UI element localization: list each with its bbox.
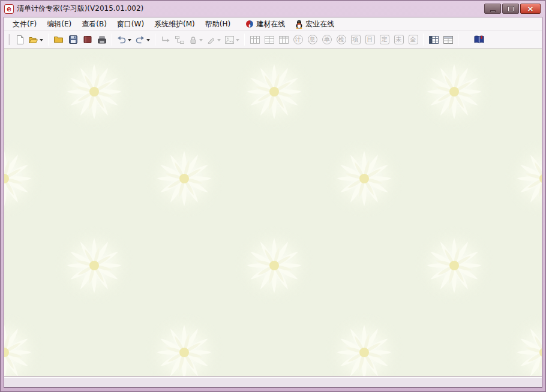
- menu-bar: 文件(F) 编辑(E) 查看(B) 窗口(W) 系统维护(M) 帮助(H) 建材…: [4, 17, 542, 31]
- toolbar-separator: [244, 34, 245, 46]
- toolbar-separator: [112, 34, 112, 46]
- minimize-icon: [490, 10, 496, 12]
- form-view-button[interactable]: [441, 33, 455, 47]
- image-icon: [225, 36, 234, 44]
- table-grid-icon: [265, 36, 274, 44]
- open-folder-icon: [29, 36, 38, 44]
- close-project-button[interactable]: [52, 33, 65, 47]
- title-bar: e 清单计价专家(学习版)(V2015.01.002) ×: [1, 1, 545, 17]
- project-box-icon: 项: [351, 35, 361, 44]
- item-button[interactable]: 目: [363, 33, 377, 47]
- unpriced-button[interactable]: 未: [392, 33, 406, 47]
- calc-button[interactable]: 计: [291, 33, 305, 47]
- toolbar: 计 息 单 检 项 目 定 未 全: [4, 31, 542, 49]
- image-dropdown-caret: [236, 39, 239, 43]
- image-button[interactable]: [223, 33, 241, 47]
- lock-button[interactable]: [187, 33, 205, 47]
- redo-icon: [136, 36, 145, 44]
- check-circle-icon: 检: [337, 35, 346, 44]
- bent-arrow-icon: [161, 36, 170, 43]
- tree-view-button[interactable]: [173, 33, 187, 47]
- toolbar-separator: [458, 34, 458, 46]
- edit-dropdown-caret: [217, 39, 221, 43]
- qq-penguin-icon: [295, 20, 303, 29]
- notebook-button[interactable]: [80, 33, 94, 47]
- jiancai-online-link[interactable]: 建材在线: [245, 19, 285, 29]
- close-button[interactable]: ×: [520, 4, 541, 14]
- sheet-1-button[interactable]: [248, 33, 262, 47]
- redo-dropdown-caret: [146, 39, 150, 43]
- app-window: e 清单计价专家(学习版)(V2015.01.002) × 文件(F) 编辑(E…: [0, 0, 546, 392]
- jiancai-logo-icon: [245, 20, 254, 28]
- menu-window[interactable]: 窗口(W): [112, 17, 149, 31]
- save-button[interactable]: [66, 33, 80, 47]
- new-file-button[interactable]: [13, 33, 26, 47]
- unpriced-box-icon: 未: [394, 35, 404, 44]
- undo-icon: [117, 36, 126, 44]
- all-button[interactable]: 全: [406, 33, 420, 47]
- toolbar-separator: [48, 34, 49, 46]
- hongye-online-label: 宏业在线: [305, 19, 334, 29]
- menu-help[interactable]: 帮助(H): [200, 17, 235, 31]
- window-title: 清单计价专家(学习版)(V2015.01.002): [17, 4, 143, 14]
- menu-system-maintenance[interactable]: 系统维护(M): [149, 17, 200, 31]
- undo-dropdown-caret: [128, 39, 131, 43]
- interest-button[interactable]: 息: [305, 33, 319, 47]
- redo-button[interactable]: [134, 33, 152, 47]
- open-dropdown-caret: [40, 39, 43, 43]
- quota-button[interactable]: 定: [377, 33, 391, 47]
- bill-circle-icon: 单: [322, 35, 332, 44]
- lock-icon: [189, 36, 197, 44]
- save-icon: [69, 35, 77, 44]
- help-book-icon: [474, 35, 484, 44]
- item-box-icon: 目: [365, 35, 375, 44]
- new-file-icon: [16, 35, 24, 44]
- hongye-online-link[interactable]: 宏业在线: [295, 19, 334, 29]
- close-icon: ×: [527, 5, 534, 13]
- table-view-icon: [429, 36, 439, 44]
- menu-file[interactable]: 文件(F): [8, 17, 41, 31]
- project-button[interactable]: 项: [349, 33, 362, 47]
- goto-button[interactable]: [158, 33, 172, 47]
- window-inner-frame: 文件(F) 编辑(E) 查看(B) 窗口(W) 系统维护(M) 帮助(H) 建材…: [4, 17, 542, 388]
- open-file-button[interactable]: [27, 33, 45, 47]
- menu-edit[interactable]: 编辑(E): [42, 17, 76, 31]
- quota-box-icon: 定: [380, 35, 389, 44]
- flower-wallpaper: [4, 49, 542, 376]
- table-view-button[interactable]: [427, 33, 440, 47]
- menu-view[interactable]: 查看(B): [77, 17, 112, 31]
- workspace: [4, 49, 542, 377]
- all-box-icon: 全: [409, 35, 418, 44]
- table-grid-icon: [279, 36, 289, 44]
- status-bar: [4, 377, 542, 387]
- lock-dropdown-caret: [199, 39, 203, 43]
- jiancai-online-label: 建材在线: [256, 19, 285, 29]
- check-button[interactable]: 检: [334, 33, 348, 47]
- form-view-icon: [443, 36, 453, 44]
- help-button[interactable]: [472, 33, 486, 47]
- table-grid-icon: [250, 36, 260, 44]
- pen-icon: [207, 36, 215, 44]
- printer-icon: [98, 36, 106, 44]
- tree-icon: [175, 36, 184, 44]
- toolbar-grip[interactable]: [8, 34, 10, 45]
- bill-button[interactable]: 单: [320, 33, 334, 47]
- notebook-icon: [83, 35, 92, 44]
- print-button[interactable]: [95, 33, 109, 47]
- toolbar-separator: [423, 34, 424, 46]
- sheet-2-button[interactable]: [262, 33, 276, 47]
- calc-circle-icon: 计: [293, 35, 303, 44]
- interest-circle-icon: 息: [308, 35, 317, 44]
- minimize-button[interactable]: [484, 4, 501, 14]
- sheet-3-button[interactable]: [277, 33, 290, 47]
- maximize-icon: [508, 7, 514, 11]
- edit-button[interactable]: [205, 33, 223, 47]
- folder-icon: [54, 36, 63, 43]
- app-icon: e: [4, 4, 14, 14]
- undo-button[interactable]: [115, 33, 133, 47]
- window-controls: ×: [484, 4, 542, 14]
- maximize-button[interactable]: [502, 4, 519, 14]
- toolbar-separator: [155, 34, 155, 46]
